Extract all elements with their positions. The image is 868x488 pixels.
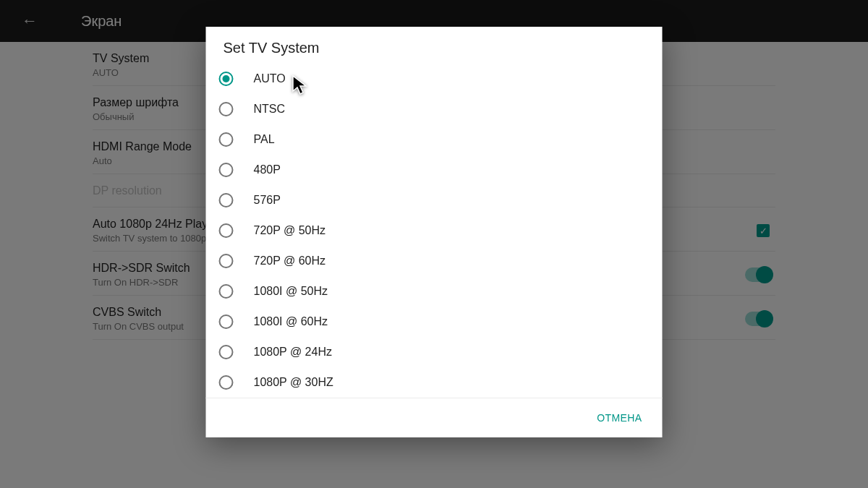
radio-icon	[219, 375, 234, 390]
radio-icon	[219, 223, 234, 238]
option-label: 1080P @ 30HZ	[254, 376, 333, 389]
tv-system-dialog: Set TV System AUTONTSCPAL480P576P720P @ …	[206, 27, 663, 437]
radio-icon	[219, 254, 234, 268]
radio-icon	[219, 314, 234, 329]
cancel-button[interactable]: ОТМЕНА	[588, 406, 650, 429]
radio-icon	[219, 132, 234, 147]
radio-icon	[219, 345, 234, 359]
dialog-title: Set TV System	[206, 27, 663, 64]
radio-icon	[219, 193, 234, 207]
dialog-option[interactable]: 720P @ 60Hz	[206, 246, 663, 276]
radio-icon	[219, 163, 234, 177]
dialog-option[interactable]: 1080P @ 24Hz	[206, 337, 663, 367]
option-label: 576P	[254, 194, 281, 207]
dialog-option[interactable]: 720P @ 50Hz	[206, 215, 663, 246]
dialog-option[interactable]: AUTO	[206, 64, 663, 94]
option-label: PAL	[254, 133, 275, 146]
dialog-option[interactable]: 1080I @ 50Hz	[206, 276, 663, 307]
option-label: 480P	[254, 163, 281, 176]
dialog-option[interactable]: 480P	[206, 155, 663, 185]
dialog-options-list: AUTONTSCPAL480P576P720P @ 50Hz720P @ 60H…	[206, 64, 663, 398]
radio-icon	[219, 72, 234, 86]
option-label: AUTO	[254, 72, 286, 85]
radio-icon	[219, 102, 234, 116]
option-label: 720P @ 50Hz	[254, 224, 326, 237]
option-label: NTSC	[254, 103, 286, 116]
dialog-option[interactable]: 1080I @ 60Hz	[206, 307, 663, 337]
radio-icon	[219, 284, 234, 299]
dialog-actions: ОТМЕНА	[206, 398, 663, 437]
option-label: 1080P @ 24Hz	[254, 346, 332, 359]
dialog-option[interactable]: 1080P @ 30HZ	[206, 367, 663, 398]
dialog-option[interactable]: 576P	[206, 185, 663, 215]
mouse-cursor-icon	[292, 75, 310, 100]
dialog-option[interactable]: PAL	[206, 124, 663, 155]
option-label: 720P @ 60Hz	[254, 254, 326, 267]
option-label: 1080I @ 50Hz	[254, 285, 328, 298]
dialog-option[interactable]: NTSC	[206, 94, 663, 124]
option-label: 1080I @ 60Hz	[254, 315, 328, 328]
